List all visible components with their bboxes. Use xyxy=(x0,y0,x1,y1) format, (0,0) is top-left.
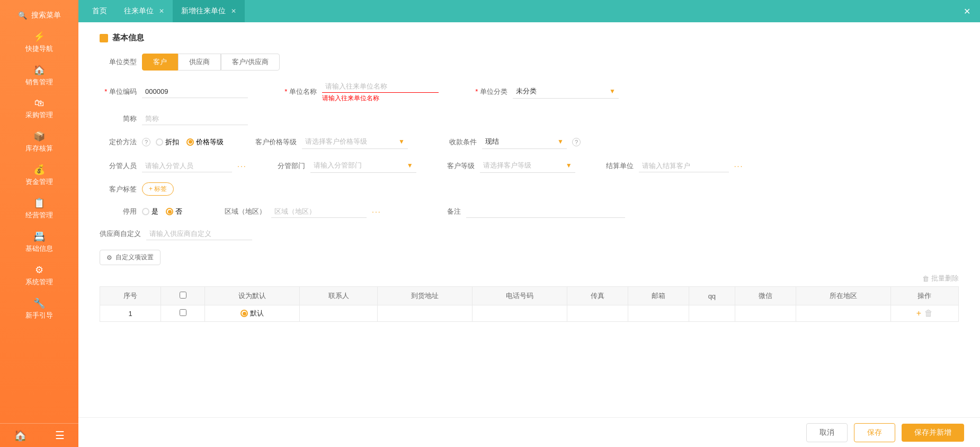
sidebar-item-purchase-mgmt[interactable]: 🛍 采购管理 xyxy=(0,92,78,125)
row-address xyxy=(378,305,473,322)
content-area: 基本信息 单位类型 客户 供应商 客户/供应商 单位编码 单位名称 xyxy=(78,22,980,417)
manager-input[interactable] xyxy=(142,160,232,172)
disabled-label: 停用 xyxy=(100,207,137,216)
sidebar-item-label: 资金管理 xyxy=(25,177,53,187)
payment-arrow: ▼ xyxy=(557,138,564,145)
row-actions: + 🗑 xyxy=(896,309,953,318)
table-header: 序号 设为默认 联系人 到货地址 电话号码 传真 邮箱 qq 微信 xyxy=(100,287,959,305)
row-checkbox[interactable] xyxy=(180,309,186,316)
select-all-checkbox[interactable] xyxy=(180,292,186,299)
tab-home[interactable]: 首页 xyxy=(84,0,115,22)
row-default-radio[interactable]: 默认 xyxy=(210,309,294,318)
quick-nav-icon: ⚡ xyxy=(33,31,45,42)
pricing-radio-price-level[interactable]: 价格等级 xyxy=(186,137,224,147)
supplier-custom-input[interactable] xyxy=(146,227,252,240)
settlement-more-btn[interactable]: ··· xyxy=(734,162,744,170)
pricing-radio-group: 折扣 价格等级 xyxy=(156,137,224,147)
tab-new-counterparty-close[interactable]: ✕ xyxy=(231,7,236,15)
row-default-cell: 默认 xyxy=(205,305,300,322)
sidebar-item-label: 系统管理 xyxy=(25,277,53,287)
row-seq: 1 xyxy=(100,305,161,322)
batch-delete-label[interactable]: 批量删除 xyxy=(931,274,959,283)
sidebar-item-operations[interactable]: 📋 经营管理 xyxy=(0,192,78,225)
sidebar-item-system-mgmt[interactable]: ⚙ 系统管理 xyxy=(0,259,78,292)
form-section: 基本信息 单位类型 客户 供应商 客户/供应商 单位编码 单位名称 xyxy=(94,33,964,322)
code-input[interactable] xyxy=(142,85,248,98)
table-row: 1 默认 xyxy=(100,305,959,322)
row-delete-button[interactable]: 🗑 xyxy=(924,309,933,318)
region-input[interactable] xyxy=(271,205,367,218)
pricing-help-icon[interactable]: ? xyxy=(142,138,150,146)
tab-counterparty-close[interactable]: ✕ xyxy=(159,7,164,15)
custom-settings-button[interactable]: ⚙ 自定义项设置 xyxy=(100,250,161,265)
manager-label: 分管人员 xyxy=(100,161,137,171)
col-wechat: 微信 xyxy=(735,287,796,305)
row-default-circle xyxy=(240,310,248,317)
supplier-custom-row: 供应商自定义 xyxy=(100,227,959,240)
bars-bottom-icon[interactable]: ☰ xyxy=(55,429,65,442)
manager-row: 分管人员 ··· 分管部门 请输入分管部门 ▼ 客户等级 请选择客户等级 ▼ 结… xyxy=(100,159,959,173)
save-button[interactable]: 保存 xyxy=(854,423,895,442)
price-level-label: 价格等级 xyxy=(196,137,224,147)
manager-more-btn[interactable]: ··· xyxy=(237,162,247,170)
row-add-button[interactable]: + xyxy=(916,309,921,318)
customer-price-select[interactable]: 请选择客户价格等级 ▼ xyxy=(302,135,408,149)
disabled-yes-circle xyxy=(142,208,149,215)
customer-level-placeholder: 请选择客户等级 xyxy=(483,161,531,170)
sidebar-item-search-menu[interactable]: 🔍 搜索菜单 xyxy=(0,5,78,25)
pricing-radio-discount[interactable]: 折扣 xyxy=(156,137,179,147)
save-new-button[interactable]: 保存并新增 xyxy=(902,424,964,442)
remark-input[interactable] xyxy=(466,205,625,218)
cancel-button[interactable]: 取消 xyxy=(806,423,848,442)
sidebar-item-sales-mgmt[interactable]: 🏠 销售管理 xyxy=(0,59,78,92)
short-name-row: 简称 xyxy=(100,112,959,125)
tab-counterparty[interactable]: 往来单位 ✕ xyxy=(115,0,173,22)
col-fax: 传真 xyxy=(567,287,628,305)
col-phone: 电话号码 xyxy=(472,287,567,305)
home-bottom-icon[interactable]: 🏠 xyxy=(14,429,27,442)
disabled-no-radio[interactable]: 否 xyxy=(166,207,182,216)
sidebar-item-finance[interactable]: 💰 资金管理 xyxy=(0,159,78,192)
disabled-radio-group: 是 否 xyxy=(142,207,182,216)
customer-level-select[interactable]: 请选择客户等级 ▼ xyxy=(480,159,575,173)
row-checkbox-cell xyxy=(161,305,205,322)
col-default: 设为默认 xyxy=(205,287,300,305)
sidebar-item-label: 基础信息 xyxy=(25,244,53,253)
section-header-icon xyxy=(100,34,108,42)
settings-gear-icon: ⚙ xyxy=(106,254,112,261)
tag-add-button[interactable]: + 标签 xyxy=(142,182,174,196)
category-select[interactable]: 未分类 ▼ xyxy=(513,84,619,99)
col-contact: 联系人 xyxy=(300,287,378,305)
sidebar-item-quick-nav[interactable]: ⚡ 快捷导航 xyxy=(0,25,78,59)
type-btn-both[interactable]: 客户/供应商 xyxy=(221,54,280,71)
name-input[interactable] xyxy=(322,80,439,93)
short-name-input[interactable] xyxy=(142,112,248,125)
settlement-input[interactable] xyxy=(639,160,729,172)
col-email: 邮箱 xyxy=(628,287,689,305)
type-btn-supplier[interactable]: 供应商 xyxy=(178,54,221,71)
category-value: 未分类 xyxy=(516,86,537,96)
payment-select[interactable]: 现结 ▼ xyxy=(482,135,567,149)
type-btn-customer[interactable]: 客户 xyxy=(142,54,178,71)
row-area xyxy=(796,305,890,322)
sidebar-item-label: 库存核算 xyxy=(25,144,53,153)
col-seq: 序号 xyxy=(100,287,161,305)
disabled-yes-radio[interactable]: 是 xyxy=(142,207,158,216)
disabled-no-label: 否 xyxy=(175,207,182,216)
operations-icon: 📋 xyxy=(33,197,45,209)
table-body: 1 默认 xyxy=(100,305,959,322)
tab-bar-close-all[interactable]: ✕ xyxy=(959,4,975,19)
dept-select[interactable]: 请输入分管部门 ▼ xyxy=(310,159,416,173)
payment-label: 收款条件 xyxy=(440,137,477,147)
sidebar-bottom: 🏠 ☰ xyxy=(0,423,78,447)
sidebar-item-inventory[interactable]: 📦 库存核算 xyxy=(0,125,78,159)
tab-new-counterparty[interactable]: 新增往来单位 ✕ xyxy=(173,0,245,22)
sidebar-item-basic-info[interactable]: 📇 基础信息 xyxy=(0,225,78,259)
row-qq xyxy=(689,305,735,322)
tab-counterparty-label: 往来单位 xyxy=(124,6,154,16)
region-more-btn[interactable]: ··· xyxy=(372,207,381,216)
sidebar-item-guide[interactable]: 🔧 新手引导 xyxy=(0,292,78,326)
row-actions-cell: + 🗑 xyxy=(890,305,958,322)
sidebar-item-label: 采购管理 xyxy=(25,110,53,120)
payment-help-icon[interactable]: ? xyxy=(572,138,581,146)
